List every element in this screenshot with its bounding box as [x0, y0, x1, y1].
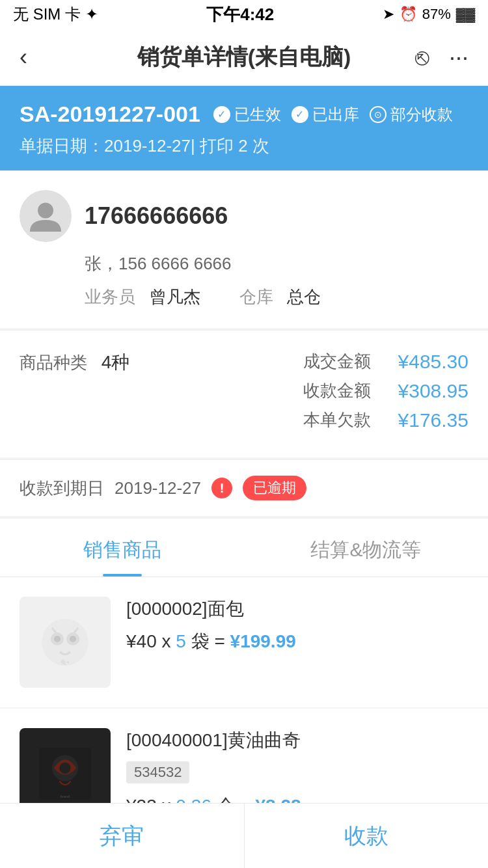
bottom-bar: 弃审 收款	[0, 803, 488, 868]
owed-amount-row: 本单欠款 ¥176.35	[303, 409, 468, 431]
print-text: | 打印 2 次	[191, 136, 269, 156]
badge-partial: ⊙ 部分收款	[370, 104, 453, 125]
owed-label: 本单欠款	[303, 409, 371, 431]
tab-sales[interactable]: 销售商品	[0, 519, 244, 576]
status-bar: 无 SIM 卡 ✦ 下午4:42 ➤ ⏰ 87% ▓▓	[0, 0, 488, 29]
customer-contact: 张，156 6666 6666	[85, 252, 468, 275]
due-date-value: 2019-12-27	[115, 478, 201, 498]
due-date-label: 收款到期日	[20, 477, 104, 500]
cancel-button[interactable]: 弃审	[0, 804, 244, 868]
location-icon: ➤	[383, 6, 394, 23]
svg-text:brand: brand	[61, 794, 70, 798]
alarm-icon: ⏰	[400, 6, 417, 23]
svg-point-5	[70, 636, 76, 642]
more-button[interactable]: ···	[449, 44, 468, 71]
overdue-icon: !	[211, 478, 232, 498]
tab-settlement[interactable]: 结算&物流等	[244, 519, 488, 576]
check-icon-1: ✓	[213, 106, 230, 123]
tabs-section: 销售商品 结算&物流等	[0, 519, 488, 577]
warehouse-label: 仓库	[239, 287, 273, 306]
status-badges: ✓ 已生效 ✓ 已出库 ⊙ 部分收款	[213, 104, 453, 125]
overdue-badge: 已逾期	[243, 476, 306, 500]
customer-section: 17666666666 张，156 6666 6666 业务员 曾凡杰 仓库 总…	[0, 170, 488, 328]
product-name-1: [0000002]面包	[126, 597, 468, 621]
product-type-count: 4种	[102, 352, 130, 372]
status-time: 下午4:42	[206, 3, 274, 26]
nav-bar: ‹ 销货单详情(来自电脑) ⎋ ···	[0, 29, 488, 86]
received-amount-value: ¥308.95	[384, 380, 468, 402]
product-name-2: [000400001]黄油曲奇	[126, 728, 468, 753]
product-info-1: [0000002]面包 ¥40 x 5 袋 = ¥199.99	[126, 597, 468, 654]
status-left: 无 SIM 卡 ✦	[13, 4, 98, 25]
received-amount-row: 收款金额 ¥308.95	[303, 379, 468, 402]
confirm-button[interactable]: 收款	[244, 804, 489, 868]
product-list: 兔+ [0000002]面包 ¥40 x 5 袋 = ¥199.99	[0, 577, 488, 839]
order-date-row: 单据日期：2019-12-27| 打印 2 次	[20, 135, 468, 157]
product-qty-1: 5	[176, 631, 186, 651]
svg-point-0	[38, 203, 53, 219]
order-header: SA-20191227-001 ✓ 已生效 ✓ 已出库 ⊙ 部分收款 单据日期：…	[0, 86, 488, 170]
svg-point-9	[59, 763, 70, 774]
badge-effective: ✓ 已生效	[213, 104, 281, 125]
avatar	[20, 190, 72, 242]
staff-name: 曾凡杰	[150, 287, 200, 306]
order-date-value: 2019-12-27	[104, 136, 191, 156]
badge-shipped: ✓ 已出库	[291, 104, 359, 125]
status-right: ➤ ⏰ 87% ▓▓	[383, 6, 475, 23]
date-label: 单据日期：	[20, 136, 104, 156]
page-title: 销货单详情(来自电脑)	[137, 42, 351, 72]
summary-left: 商品种类 4种	[20, 350, 129, 438]
product-total-1: ¥199.99	[230, 631, 296, 651]
clock-icon: ⊙	[370, 106, 386, 123]
customer-name: 17666666666	[85, 202, 228, 230]
summary-section: 商品种类 4种 成交金额 ¥485.30 收款金额 ¥308.95 本单欠款 ¥…	[0, 331, 488, 457]
deal-amount-label: 成交金额	[303, 350, 371, 373]
deal-amount-value: ¥485.30	[384, 351, 468, 373]
share-button[interactable]: ⎋	[415, 44, 429, 71]
product-sku-2: 534532	[126, 761, 189, 783]
list-item: 兔+ [0000002]面包 ¥40 x 5 袋 = ¥199.99	[0, 577, 488, 707]
customer-row: 17666666666	[20, 190, 468, 242]
warehouse-name: 总仓	[287, 287, 321, 306]
nav-actions: ⎋ ···	[415, 44, 468, 71]
summary-right: 成交金额 ¥485.30 收款金额 ¥308.95 本单欠款 ¥176.35	[303, 350, 468, 438]
battery-icon: ▓▓	[456, 7, 475, 22]
product-thumbnail-1: 兔+	[20, 597, 111, 688]
summary-grid: 商品种类 4种 成交金额 ¥485.30 收款金额 ¥308.95 本单欠款 ¥…	[20, 350, 468, 438]
due-section: 收款到期日 2019-12-27 ! 已逾期	[0, 460, 488, 516]
svg-point-4	[54, 636, 61, 642]
check-icon-2: ✓	[291, 106, 308, 123]
customer-info-row: 业务员 曾凡杰 仓库 总仓	[85, 286, 468, 308]
staff-label: 业务员	[85, 287, 135, 306]
svg-text:兔+: 兔+	[61, 659, 70, 666]
product-price-1: ¥40 x 5 袋 = ¥199.99	[126, 629, 468, 654]
product-type-label: 商品种类	[20, 353, 87, 372]
received-label: 收款金额	[303, 379, 371, 402]
owed-amount-value: ¥176.35	[384, 409, 468, 431]
order-number: SA-20191227-001	[20, 102, 200, 127]
sim-text: 无 SIM 卡 ✦	[13, 4, 98, 25]
battery-text: 87%	[422, 6, 451, 23]
deal-amount-row: 成交金额 ¥485.30	[303, 350, 468, 373]
back-button[interactable]: ‹	[20, 44, 27, 71]
